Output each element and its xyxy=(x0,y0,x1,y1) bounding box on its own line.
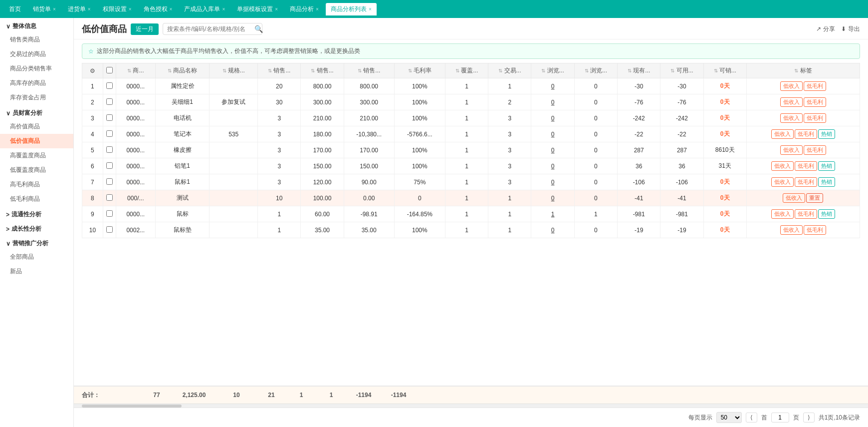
sidebar-group-overall[interactable]: ∨ 整体信息 xyxy=(0,18,73,32)
row-gross: -164.85% xyxy=(394,206,445,222)
col-trade[interactable]: ⇅ 交易... xyxy=(488,63,531,78)
nav-close-product[interactable]: × xyxy=(222,6,225,12)
col-settings[interactable]: ⚙ xyxy=(82,63,103,78)
browse-link[interactable]: 0 xyxy=(551,99,555,106)
col-gross[interactable]: ⇅ 毛利率 xyxy=(394,63,445,78)
nav-sales-order[interactable]: 销货单 × xyxy=(28,3,61,15)
nav-close-role[interactable]: × xyxy=(170,6,173,12)
browse-link[interactable]: 0 xyxy=(551,83,555,90)
sidebar-group-marketing[interactable]: ∨ 营销推广分析 xyxy=(0,235,73,250)
row-browse1[interactable]: 0 xyxy=(531,174,574,190)
row-browse1[interactable]: 0 xyxy=(531,94,574,110)
nav-product-analysis[interactable]: 商品分析 × xyxy=(285,3,324,15)
col-sales1[interactable]: ⇅ 销售... xyxy=(301,63,344,78)
row-checkbox[interactable] xyxy=(103,190,116,206)
nav-product-stock[interactable]: 产成品入库单 × xyxy=(179,3,230,15)
nav-close-analysis[interactable]: × xyxy=(316,6,319,12)
nav-permission[interactable]: 权限设置 × xyxy=(98,3,137,15)
col-browse1[interactable]: ⇅ 浏览... xyxy=(531,63,574,78)
header-actions: ↗ 分享 ⬇ 导出 xyxy=(816,25,860,33)
page-number-input[interactable] xyxy=(771,413,789,423)
row-checkbox[interactable] xyxy=(103,174,116,190)
nav-home[interactable]: 首页 xyxy=(4,3,26,15)
per-page-select[interactable]: 50 100 200 xyxy=(716,412,742,423)
sidebar-item-low-value[interactable]: 低价值商品 xyxy=(0,134,73,148)
sidebar-item-sales-category[interactable]: 销售类商品 xyxy=(0,32,73,47)
row-browse1[interactable]: 0 xyxy=(531,110,574,126)
row-current: -981 xyxy=(618,206,660,222)
nav-close-purchase[interactable]: × xyxy=(88,6,91,12)
chevron-down-icon-3: ∨ xyxy=(6,240,10,247)
row-code: 0000... xyxy=(116,78,155,94)
horizontal-scrollbar[interactable] xyxy=(74,404,868,408)
row-browse1[interactable]: 0 xyxy=(531,126,574,142)
browse-link[interactable]: 0 xyxy=(551,147,555,154)
sidebar-item-all-products[interactable]: 全部商品 xyxy=(0,250,73,264)
col-spec[interactable]: ⇅ 规格... xyxy=(210,63,258,78)
nav-close-permission[interactable]: × xyxy=(129,6,132,12)
row-browse1[interactable]: 0 xyxy=(531,142,574,158)
browse-link[interactable]: 0 xyxy=(551,179,555,186)
browse-link[interactable]: 0 xyxy=(551,115,555,122)
browse-link[interactable]: 0 xyxy=(551,163,555,170)
date-filter-button[interactable]: 近一月 xyxy=(131,23,159,35)
row-checkbox[interactable] xyxy=(103,206,116,222)
nav-close-bill[interactable]: × xyxy=(275,6,278,12)
col-available[interactable]: ⇅ 可用... xyxy=(660,63,703,78)
sidebar-item-low-profit[interactable]: 低毛利商品 xyxy=(0,192,73,206)
summary-browse2: 1 xyxy=(316,391,346,400)
browse-link[interactable]: 1 xyxy=(551,211,555,218)
table-container[interactable]: ⚙ ⇅ 商... ⇅ 商品名称 ⇅ 规格... ⇅ 销售... ⇅ 销售... … xyxy=(74,63,868,386)
col-sales2[interactable]: ⇅ 销售... xyxy=(344,63,394,78)
sidebar-item-high-profit[interactable]: 高毛利商品 xyxy=(0,177,73,192)
sidebar-group-wealth[interactable]: ∨ 员财富分析 xyxy=(0,105,73,119)
col-sellable[interactable]: ⇅ 可销... xyxy=(703,63,746,78)
nav-close-analysis-list[interactable]: × xyxy=(369,6,372,12)
nav-role-auth[interactable]: 角色授权 × xyxy=(139,3,178,15)
row-browse1[interactable]: 0 xyxy=(531,158,574,174)
col-cover[interactable]: ⇅ 覆盖... xyxy=(445,63,488,78)
sidebar-item-high-stock[interactable]: 高库存的商品 xyxy=(0,76,73,90)
share-button[interactable]: ↗ 分享 xyxy=(816,25,835,33)
nav-close-sales[interactable]: × xyxy=(53,6,56,12)
row-browse1[interactable]: 1 xyxy=(531,206,574,222)
col-qty[interactable]: ⇅ 销售... xyxy=(258,63,301,78)
sidebar-item-low-coverage[interactable]: 低覆盖度商品 xyxy=(0,163,73,177)
sidebar-group-flow[interactable]: > 流通性分析 xyxy=(0,206,73,221)
row-checkbox[interactable] xyxy=(103,222,116,238)
row-browse1[interactable]: 0 xyxy=(531,190,574,206)
export-button[interactable]: ⬇ 导出 xyxy=(841,25,860,33)
sidebar-item-high-value[interactable]: 高价值商品 xyxy=(0,119,73,134)
row-checkbox[interactable] xyxy=(103,126,116,142)
col-current[interactable]: ⇅ 现有... xyxy=(618,63,660,78)
next-page-button[interactable]: ⟩ xyxy=(803,413,815,423)
search-icon[interactable]: 🔍 xyxy=(254,25,263,33)
sidebar-item-high-coverage[interactable]: 高覆盖度商品 xyxy=(0,148,73,163)
row-gross: 0 xyxy=(394,190,445,206)
nav-purchase-order[interactable]: 进货单 × xyxy=(63,3,96,15)
col-browse2[interactable]: ⇅ 浏览... xyxy=(574,63,617,78)
search-input[interactable] xyxy=(163,23,262,35)
row-browse1[interactable]: 0 xyxy=(531,78,574,94)
sidebar-item-category-rate[interactable]: 商品分类销售率 xyxy=(0,61,73,76)
browse-link[interactable]: 0 xyxy=(551,195,555,202)
browse-link[interactable]: 0 xyxy=(551,227,555,234)
sidebar-item-traded[interactable]: 交易过的商品 xyxy=(0,47,73,61)
col-tags[interactable]: ⇅ 标签 xyxy=(746,63,860,78)
row-checkbox[interactable] xyxy=(103,142,116,158)
sidebar-item-stock-capital[interactable]: 库存资金占用 xyxy=(0,90,73,105)
nav-product-analysis-list[interactable]: 商品分析列表 × xyxy=(326,3,377,15)
row-checkbox[interactable] xyxy=(103,110,116,126)
browse-link[interactable]: 0 xyxy=(551,131,555,138)
row-browse1[interactable]: 0 xyxy=(531,222,574,238)
nav-bill-template[interactable]: 单据模板设置 × xyxy=(232,3,283,15)
first-page-button[interactable]: ⟨ xyxy=(746,413,757,423)
col-name[interactable]: ⇅ 商品名称 xyxy=(155,63,210,78)
sidebar-group-growth[interactable]: > 成长性分析 xyxy=(0,221,73,235)
col-select-all[interactable] xyxy=(103,63,116,78)
sidebar-item-new-products[interactable]: 新品 xyxy=(0,264,73,279)
row-checkbox[interactable] xyxy=(103,94,116,110)
row-checkbox[interactable] xyxy=(103,78,116,94)
row-checkbox[interactable] xyxy=(103,158,116,174)
col-code[interactable]: ⇅ 商... xyxy=(116,63,155,78)
